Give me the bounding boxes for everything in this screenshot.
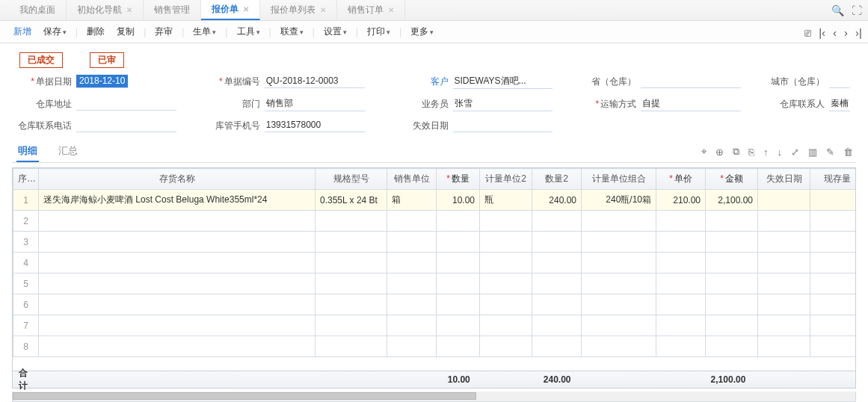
lbl-dept: 部门 <box>206 98 265 111</box>
chart-icon[interactable]: ▥ <box>808 146 817 158</box>
subtab-summary[interactable]: 汇总 <box>57 141 79 162</box>
subtab-detail[interactable]: 明细 <box>16 141 39 162</box>
last-icon[interactable]: ›| <box>855 26 862 39</box>
bill-no-field[interactable]: QU-2018-12-0003 <box>265 75 365 88</box>
up-icon[interactable]: ↑ <box>763 146 769 158</box>
table-row[interactable]: 5 <box>13 273 857 294</box>
city-wh-field[interactable] <box>829 75 850 88</box>
horizontal-scrollbar[interactable] <box>12 392 856 402</box>
tab-quotation[interactable]: 报价单✕ <box>201 0 260 20</box>
abandon-button[interactable]: 弃审 <box>150 24 177 40</box>
tab-sales-order[interactable]: 销售订单✕ <box>337 0 405 20</box>
insert-icon[interactable]: ⎘ <box>748 146 754 158</box>
col-amt[interactable]: 金额 <box>706 169 758 190</box>
wh-contact-field[interactable]: 秦楠 <box>829 96 850 111</box>
table-row[interactable]: 8 <box>13 336 857 357</box>
more-button[interactable]: 更多▾ <box>406 24 438 40</box>
table-row[interactable]: 4 <box>13 253 857 273</box>
copy-button[interactable]: 复制 <box>112 24 139 40</box>
tab-quotation-list[interactable]: 报价单列表✕ <box>260 0 337 20</box>
fullscreen-icon[interactable]: ⛶ <box>852 4 862 16</box>
lbl-keeper-tel: 库管手机号 <box>206 120 265 132</box>
down-icon[interactable]: ↓ <box>778 146 783 158</box>
expire-field[interactable] <box>453 119 553 132</box>
close-icon[interactable]: ✕ <box>126 6 132 14</box>
delete-button[interactable]: 删除 <box>82 24 109 40</box>
form: 单据日期2018-12-10 单据编号QU-2018-12-0003 客户SID… <box>12 74 856 132</box>
relate-button[interactable]: 联查▾ <box>276 24 308 40</box>
table-row[interactable]: 1迷失海岸海鲸小麦啤酒 Lost Cost Beluga White355ml*… <box>13 190 857 211</box>
new-button[interactable]: 新增 <box>9 24 36 40</box>
sales-field[interactable]: 张雪 <box>453 96 553 111</box>
stamp-dealed: 已成交 <box>19 52 63 68</box>
print-button[interactable]: 打印▾ <box>363 24 395 40</box>
totals-row: 合计 10.00 240.00 2,100.00 <box>12 371 856 389</box>
keeper-tel-field[interactable]: 13931578000 <box>265 119 365 132</box>
wh-phone-field[interactable] <box>76 119 176 132</box>
lbl-wh-phone: 仓库联系电话 <box>18 120 76 132</box>
col-exp[interactable]: 失效日期 <box>758 169 810 190</box>
lbl-wh-addr: 仓库地址 <box>18 98 76 111</box>
wh-addr-field[interactable] <box>76 97 176 111</box>
prev-icon[interactable]: ‹ <box>833 26 837 39</box>
ship-field[interactable]: 自提 <box>641 96 741 111</box>
edit-icon[interactable]: ✎ <box>826 146 834 158</box>
col-qty[interactable]: 数量 <box>437 169 480 190</box>
lbl-customer[interactable]: 客户 <box>395 75 453 88</box>
save-button[interactable]: 保存▾ <box>39 24 71 40</box>
col-seq[interactable]: 序号 <box>13 169 39 190</box>
first-icon[interactable]: |‹ <box>819 26 825 39</box>
close-icon[interactable]: ✕ <box>388 6 394 14</box>
search-icon[interactable]: 🔍 <box>831 4 844 16</box>
table-row[interactable]: 6 <box>13 294 857 315</box>
scan-icon[interactable]: ⎚ <box>804 26 811 39</box>
col-price[interactable]: 单价 <box>656 169 706 190</box>
lbl-bill-no: 单据编号 <box>206 75 265 88</box>
col-name[interactable]: 存货名称 <box>39 169 316 190</box>
expand-icon[interactable]: ⤢ <box>791 146 799 158</box>
lbl-city-wh: 城市（仓库） <box>771 75 829 88</box>
lbl-bill-date: 单据日期 <box>18 75 76 88</box>
close-icon[interactable]: ✕ <box>243 5 249 13</box>
settings-button[interactable]: 设置▾ <box>319 24 351 40</box>
copy-row-icon[interactable]: ⧉ <box>733 146 739 158</box>
next-icon[interactable]: › <box>844 26 848 39</box>
gen-button[interactable]: 生单▾ <box>188 24 221 40</box>
lbl-prov-wh: 省（仓库） <box>582 75 641 88</box>
close-icon[interactable]: ✕ <box>320 6 326 14</box>
toolbar: 新增 保存▾| 删除 复制| 弃审| 生单▾| 工具▾| 联查▾| 设置▾| 打… <box>0 21 868 43</box>
tools-button[interactable]: 工具▾ <box>233 24 265 40</box>
delete-row-icon[interactable]: 🗑 <box>843 146 853 158</box>
dept-field[interactable]: 销售部 <box>265 96 365 111</box>
lbl-expire: 失效日期 <box>395 120 453 132</box>
bill-date-field[interactable]: 2018-12-10 <box>76 75 128 88</box>
col-qty2[interactable]: 数量2 <box>532 169 582 190</box>
stamp-approved: 已审 <box>90 52 124 68</box>
lbl-wh-contact: 仓库联系人 <box>771 98 829 111</box>
tab-bar: 我的桌面 初始化导航✕ 销售管理 报价单✕ 报价单列表✕ 销售订单✕ 🔍 ⛶ <box>0 0 868 21</box>
customer-field[interactable]: SIDEWAYS酒吧... <box>453 74 553 89</box>
locate-icon[interactable]: ⌖ <box>701 146 707 158</box>
tab-desktop[interactable]: 我的桌面 <box>9 0 67 20</box>
table-row[interactable]: 7 <box>13 315 857 336</box>
lbl-ship: 运输方式 <box>582 98 641 111</box>
add-row-icon[interactable]: ⊕ <box>715 146 724 158</box>
tab-init-nav[interactable]: 初始化导航✕ <box>67 0 144 20</box>
col-unit2[interactable]: 计量单位2 <box>480 169 532 190</box>
table-row[interactable]: 3 <box>13 232 857 253</box>
detail-grid: 序号 存货名称 规格型号 销售单位 数量 计量单位2 数量2 计量单位组合 单价… <box>13 168 856 357</box>
col-spec[interactable]: 规格型号 <box>316 169 387 190</box>
col-stock[interactable]: 现存量 <box>810 169 857 190</box>
tab-sales-mgmt[interactable]: 销售管理 <box>144 0 201 20</box>
prov-wh-field[interactable] <box>641 75 741 88</box>
table-row[interactable]: 2 <box>13 211 857 232</box>
col-unit[interactable]: 销售单位 <box>387 169 437 190</box>
col-comb[interactable]: 计量单位组合 <box>582 169 656 190</box>
lbl-sales: 业务员 <box>395 98 453 111</box>
